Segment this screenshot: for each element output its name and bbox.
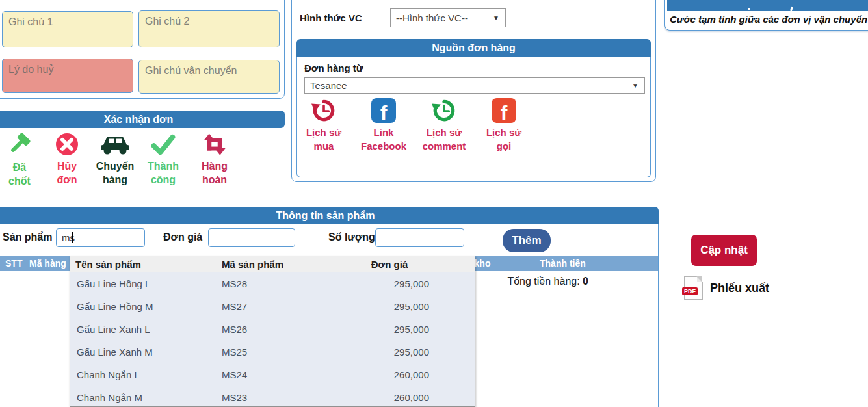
product-code: MS23: [222, 386, 247, 407]
product-label: Sản phẩm: [3, 231, 52, 243]
chevron-down-icon: ▼: [493, 14, 499, 21]
purchase-history-link[interactable]: Lịch sử mua: [295, 98, 353, 153]
export-receipt-label: Phiếu xuất: [710, 282, 769, 295]
text-cursor: [72, 232, 73, 243]
autocomplete-row[interactable]: Gấu Line Xanh M MS25 295,000: [70, 341, 475, 363]
product-search-input[interactable]: [56, 228, 145, 247]
product-price: 260,000: [350, 363, 429, 386]
order-source-title: Nguồn đơn hàng: [432, 42, 516, 53]
shipping-note-textarea[interactable]: [138, 60, 280, 94]
confirm-action-hang-hoan[interactable]: Hàng hoàn: [192, 132, 237, 187]
pdf-badge: PDF: [682, 287, 698, 295]
confirm-action-huy-don[interactable]: Hủy đơn: [47, 132, 86, 187]
product-code: MS28: [222, 272, 247, 295]
confirm-action-label: hoàn: [192, 173, 237, 187]
link-label: Lịch sử: [415, 125, 473, 139]
autocomplete-col-price: Đơn giá: [350, 256, 429, 272]
col-ma-hang: Mã hàng: [29, 256, 66, 271]
product-price: 260,000: [350, 386, 429, 407]
confirm-action-label: công: [140, 173, 186, 187]
retweet-icon: [202, 148, 227, 159]
total-label: Tổng tiền hàng:: [507, 276, 579, 287]
pdf-fold-corner: [697, 276, 703, 282]
confirm-action-label: Hủy: [47, 159, 86, 173]
cancel-reason-textarea[interactable]: [2, 59, 133, 93]
facebook-icon: f: [492, 98, 516, 123]
cut-off-element-edge: [202, 0, 202, 5]
confirm-action-label: chốt: [0, 174, 39, 188]
quantity-input[interactable]: [375, 228, 464, 247]
gavel-icon: [7, 149, 33, 160]
unit-price-label: Đơn giá: [163, 231, 202, 243]
product-price: 295,000: [350, 341, 429, 363]
col-stt: STT: [5, 256, 22, 271]
shipping-method-select-value: --Hình thức VC--: [396, 12, 468, 23]
clipped-text-descender: [790, 7, 793, 12]
confirm-section-header: Xác nhận đơn: [0, 111, 285, 128]
pdf-icon: PDF: [684, 276, 703, 300]
autocomplete-row[interactable]: Chanh Ngắn M MS23 260,000: [70, 386, 475, 407]
confirm-action-label: Thành: [140, 159, 186, 173]
x-circle-icon: [55, 148, 79, 159]
order-detail-page: Xác nhận đơn Đã chốt Hủy đơn: [0, 0, 868, 407]
call-history-link[interactable]: f Lịch sử gọi: [475, 98, 533, 153]
product-section-header: Thông tin sản phẩm: [0, 207, 659, 224]
note1-textarea[interactable]: [2, 11, 133, 47]
autocomplete-row[interactable]: Gấu Line Hồng L MS28 295,000: [70, 272, 475, 295]
link-label: Link: [354, 125, 413, 139]
history-icon: [432, 114, 456, 125]
note2-textarea[interactable]: [138, 10, 280, 47]
confirm-action-thanh-cong[interactable]: Thành công: [140, 132, 186, 187]
autocomplete-col-code: Mã sản phẩm: [222, 256, 283, 272]
product-name: Chanh Ngắn L: [77, 363, 140, 386]
link-label: gọi: [475, 139, 533, 153]
product-price: 295,000: [350, 272, 429, 295]
link-label: comment: [415, 139, 473, 153]
order-source-header: Nguồn đơn hàng: [296, 39, 651, 57]
total-value: 0: [583, 276, 588, 287]
link-label: Lịch sử: [295, 125, 353, 139]
add-product-button[interactable]: Thêm: [503, 229, 551, 252]
comment-history-link[interactable]: Lịch sử comment: [415, 98, 473, 153]
confirm-action-label: hàng: [89, 173, 141, 187]
link-label: Lịch sử: [475, 125, 533, 139]
product-name: Gấu Line Xanh L: [77, 318, 150, 341]
autocomplete-header-row: Tên sản phẩm Mã sản phẩm Đơn giá: [70, 256, 475, 272]
product-code: MS27: [222, 295, 247, 318]
confirm-action-chuyen-hang[interactable]: Chuyển hàng: [89, 132, 141, 187]
confirm-action-label: đơn: [47, 173, 86, 187]
order-from-select-value: Tesanee: [310, 80, 347, 91]
order-from-label: Đơn hàng từ: [304, 62, 363, 73]
update-button[interactable]: Cập nhật: [691, 235, 757, 266]
product-name: Gấu Line Hồng L: [77, 272, 150, 295]
shipping-method-select[interactable]: --Hình thức VC-- ▼: [390, 8, 506, 27]
link-label: Facebook: [354, 139, 413, 153]
shipping-method-label: Hình thức VC: [300, 12, 362, 23]
confirm-action-da-chot[interactable]: Đã chốt: [0, 132, 39, 188]
order-from-select[interactable]: Tesanee ▼: [304, 77, 645, 94]
autocomplete-row[interactable]: Chanh Ngắn L MS24 260,000: [70, 363, 475, 386]
product-name: Chanh Ngắn M: [77, 386, 142, 407]
product-code: MS25: [222, 341, 247, 363]
shipping-quote-subtitle: Cước tạm tính giữa các đơn vị vận chuyển: [670, 14, 867, 25]
facebook-link[interactable]: f Link Facebook: [354, 98, 413, 153]
export-receipt-link[interactable]: PDF Phiếu xuất: [684, 276, 795, 302]
confirm-section-title: Xác nhận đơn: [104, 114, 174, 125]
col-thanh-tien: Thành tiền: [540, 256, 586, 271]
confirm-action-label: Đã: [0, 161, 39, 174]
car-icon: [100, 148, 130, 159]
unit-price-input[interactable]: [208, 228, 295, 247]
quantity-label: Số lượng: [328, 231, 375, 243]
link-label: mua: [295, 139, 353, 153]
shipping-quote-header: [667, 0, 868, 11]
confirm-action-label: Chuyển: [89, 159, 141, 173]
product-autocomplete-dropdown: Tên sản phẩm Mã sản phẩm Đơn giá Gấu Lin…: [70, 256, 475, 407]
product-price: 295,000: [350, 318, 429, 341]
history-icon: [311, 114, 336, 125]
product-name: Gấu Line Xanh M: [77, 341, 153, 363]
autocomplete-row[interactable]: Gấu Line Hồng M MS27 295,000: [70, 295, 475, 318]
autocomplete-col-name: Tên sản phẩm: [75, 256, 141, 272]
autocomplete-row[interactable]: Gấu Line Xanh L MS26 295,000: [70, 318, 475, 341]
product-code: MS26: [222, 318, 247, 341]
product-code: MS24: [222, 363, 247, 386]
